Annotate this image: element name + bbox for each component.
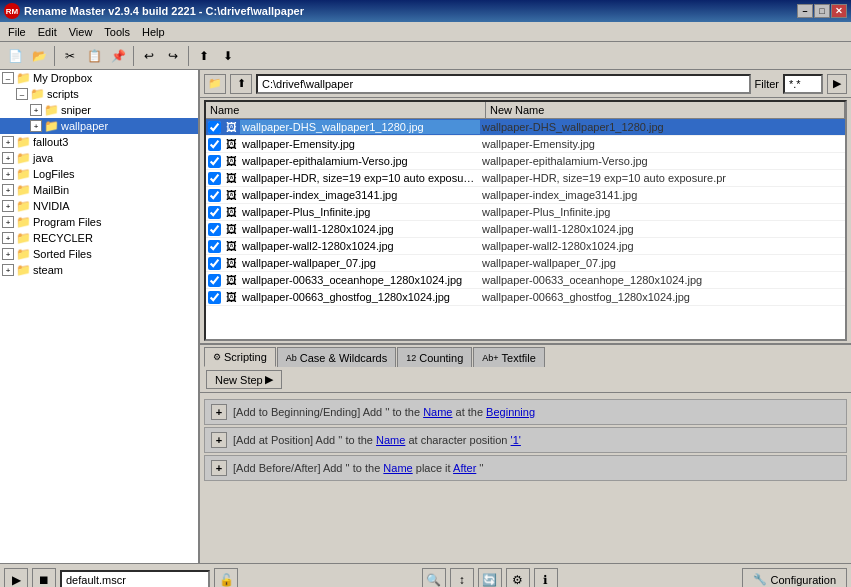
toolbar-down[interactable]: ⬇	[217, 45, 239, 67]
file-checkbox[interactable]	[206, 289, 222, 305]
tree-toggle-icon[interactable]: +	[2, 216, 14, 228]
table-row[interactable]: 🖼wallpaper-Emensity.jpgwallpaper-Emensit…	[206, 136, 845, 153]
table-row[interactable]: 🖼wallpaper-DHS_wallpaper1_1280.jpgwallpa…	[206, 119, 845, 136]
tree-item[interactable]: –📁scripts	[0, 86, 198, 102]
table-row[interactable]: 🖼wallpaper-00663_ghostfog_1280x1024.jpgw…	[206, 289, 845, 306]
step-expand-button[interactable]: +	[211, 404, 227, 420]
tree-toggle-icon[interactable]: +	[2, 184, 14, 196]
table-row[interactable]: 🖼wallpaper-Plus_Infinite.jpgwallpaper-Pl…	[206, 204, 845, 221]
table-row[interactable]: 🖼wallpaper-wall1-1280x1024.jpgwallpaper-…	[206, 221, 845, 238]
file-checkbox[interactable]	[206, 238, 222, 254]
tree-toggle-icon[interactable]: +	[2, 232, 14, 244]
options-icon[interactable]: ⚙	[506, 568, 530, 588]
filter-input[interactable]	[783, 74, 823, 94]
file-checkbox[interactable]	[206, 255, 222, 271]
tree-item[interactable]: +📁LogFiles	[0, 166, 198, 182]
tree-item[interactable]: +📁java	[0, 150, 198, 166]
script-open-btn[interactable]: 🔓	[214, 568, 238, 588]
file-checkbox[interactable]	[206, 187, 222, 203]
menu-tools[interactable]: Tools	[98, 25, 136, 39]
addr-folder-icon[interactable]: 📁	[204, 74, 226, 94]
tree-item[interactable]: +📁wallpaper	[0, 118, 198, 134]
file-checkbox[interactable]	[206, 136, 222, 152]
script-filename-input[interactable]	[60, 570, 210, 588]
step-link2[interactable]: After	[453, 462, 476, 474]
table-row[interactable]: 🖼wallpaper-wallpaper_07.jpgwallpaper-wal…	[206, 255, 845, 272]
toolbar-up[interactable]: ⬆	[193, 45, 215, 67]
tree-toggle-icon[interactable]: +	[2, 136, 14, 148]
toolbar-copy[interactable]: 📋	[83, 45, 105, 67]
maximize-button[interactable]: □	[814, 4, 830, 18]
toolbar-redo[interactable]: ↪	[162, 45, 184, 67]
file-list-container[interactable]: Name New Name 🖼wallpaper-DHS_wallpaper1_…	[204, 100, 847, 341]
file-checkbox[interactable]	[206, 170, 222, 186]
step-expand-button[interactable]: +	[211, 432, 227, 448]
sort-icon[interactable]: ↕	[450, 568, 474, 588]
tree-toggle-icon[interactable]: +	[30, 104, 42, 116]
tab-case---wildcards[interactable]: AbCase & Wildcards	[277, 347, 396, 367]
tree-item[interactable]: +📁sniper	[0, 102, 198, 118]
play-btn[interactable]: ▶	[4, 568, 28, 588]
table-row[interactable]: 🖼wallpaper-epithalamium-Verso.jpgwallpap…	[206, 153, 845, 170]
tree-item[interactable]: +📁MailBin	[0, 182, 198, 198]
menu-view[interactable]: View	[63, 25, 99, 39]
menu-file[interactable]: File	[2, 25, 32, 39]
col-header-newname[interactable]: New Name	[486, 102, 845, 118]
addr-up-btn[interactable]: ⬆	[230, 74, 252, 94]
tree-item[interactable]: +📁Program Files	[0, 214, 198, 230]
tree-item[interactable]: +📁steam	[0, 262, 198, 278]
tab-scripting[interactable]: ⚙Scripting	[204, 347, 276, 367]
file-checkbox[interactable]	[206, 221, 222, 237]
step-link1[interactable]: Name	[383, 462, 412, 474]
tree-toggle-icon[interactable]: +	[30, 120, 42, 132]
tree-toggle-icon[interactable]: +	[2, 152, 14, 164]
tab-textfile[interactable]: Ab+Textfile	[473, 347, 545, 367]
tree-item[interactable]: +📁Sorted Files	[0, 246, 198, 262]
refresh-icon[interactable]: 🔄	[478, 568, 502, 588]
step-link1[interactable]: Name	[376, 434, 405, 446]
search-icon[interactable]: 🔍	[422, 568, 446, 588]
configuration-button[interactable]: 🔧 Configuration	[742, 568, 847, 588]
toolbar-paste[interactable]: 📌	[107, 45, 129, 67]
step-prefix: [Add to Beginning/Ending] Add '' to the	[233, 406, 423, 418]
tree-item[interactable]: +📁fallout3	[0, 134, 198, 150]
tab-icon: 12	[406, 353, 416, 363]
file-checkbox[interactable]	[206, 204, 222, 220]
menu-edit[interactable]: Edit	[32, 25, 63, 39]
file-tree[interactable]: –📁My Dropbox–📁scripts+📁sniper+📁wallpaper…	[0, 70, 198, 563]
step-link2[interactable]: Beginning	[486, 406, 535, 418]
info-icon[interactable]: ℹ	[534, 568, 558, 588]
step-link1[interactable]: Name	[423, 406, 452, 418]
table-row[interactable]: 🖼wallpaper-00633_oceanhope_1280x1024.jpg…	[206, 272, 845, 289]
stop-btn[interactable]: ⏹	[32, 568, 56, 588]
minimize-button[interactable]: –	[797, 4, 813, 18]
file-checkbox[interactable]	[206, 119, 222, 135]
tree-toggle-icon[interactable]: +	[2, 200, 14, 212]
close-button[interactable]: ✕	[831, 4, 847, 18]
tree-toggle-icon[interactable]: +	[2, 168, 14, 180]
tab-counting[interactable]: 12Counting	[397, 347, 472, 367]
address-input[interactable]	[256, 74, 751, 94]
tree-toggle-icon[interactable]: –	[16, 88, 28, 100]
tree-toggle-icon[interactable]: –	[2, 72, 14, 84]
file-checkbox[interactable]	[206, 153, 222, 169]
tree-toggle-icon[interactable]: +	[2, 248, 14, 260]
toolbar-open[interactable]: 📂	[28, 45, 50, 67]
file-checkbox[interactable]	[206, 272, 222, 288]
toolbar-new[interactable]: 📄	[4, 45, 26, 67]
toolbar-cut[interactable]: ✂	[59, 45, 81, 67]
col-header-name[interactable]: Name	[206, 102, 486, 118]
filter-apply-btn[interactable]: ▶	[827, 74, 847, 94]
menu-help[interactable]: Help	[136, 25, 171, 39]
new-step-button[interactable]: New Step ▶	[206, 370, 282, 389]
step-link2[interactable]: '1'	[511, 434, 521, 446]
tree-item[interactable]: +📁RECYCLER	[0, 230, 198, 246]
table-row[interactable]: 🖼wallpaper-index_image3141.jpgwallpaper-…	[206, 187, 845, 204]
table-row[interactable]: 🖼wallpaper-HDR, size=19 exp=10 auto expo…	[206, 170, 845, 187]
tree-item[interactable]: +📁NVIDIA	[0, 198, 198, 214]
toolbar-undo[interactable]: ↩	[138, 45, 160, 67]
tree-toggle-icon[interactable]: +	[2, 264, 14, 276]
step-expand-button[interactable]: +	[211, 460, 227, 476]
tree-item[interactable]: –📁My Dropbox	[0, 70, 198, 86]
table-row[interactable]: 🖼wallpaper-wall2-1280x1024.jpgwallpaper-…	[206, 238, 845, 255]
